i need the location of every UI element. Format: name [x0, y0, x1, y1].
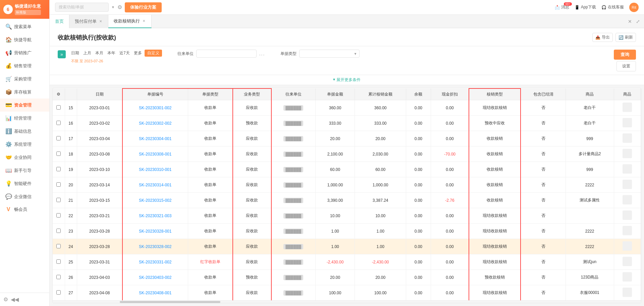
voucher-no-link[interactable]: SK-20230315-002	[139, 198, 171, 203]
app-download-button[interactable]: 📱 App下载	[575, 4, 596, 10]
col-date[interactable]: 日期	[77, 88, 122, 100]
cell-no: 26	[65, 270, 77, 285]
cell-checkbox[interactable]	[53, 100, 65, 116]
tab-prepay[interactable]: 预付应付单 ✕	[69, 15, 108, 28]
partner-input[interactable]	[196, 50, 257, 58]
cell-checkbox[interactable]	[53, 224, 65, 239]
collapse-icon[interactable]: ◀◀	[11, 296, 19, 303]
tab-close-all-icon[interactable]: ✕	[627, 17, 633, 25]
scrollbar-thumb[interactable]	[120, 301, 220, 303]
cell-checkbox[interactable]	[53, 116, 65, 131]
content-area: 收款核销执行(按收款) 📤 导出 🔄 刷新 » 日期	[50, 28, 644, 306]
refresh-button[interactable]: 🔄 刷新	[615, 33, 636, 42]
cell-checkbox[interactable]	[53, 162, 65, 177]
sidebar-item-purchase[interactable]: 🛒 采购管理	[0, 72, 49, 85]
voucher-no-link[interactable]: SK-20230310-001	[139, 167, 171, 172]
voucher-no-link[interactable]: SK-20230408-001	[139, 291, 171, 295]
sidebar-item-guide[interactable]: 📖 新手引导	[0, 164, 49, 177]
voucher-type-select[interactable]	[299, 50, 360, 58]
sidebar-item-search[interactable]: 🔍 搜索菜单	[0, 20, 49, 33]
col-biz-type[interactable]: 业务类型	[233, 88, 271, 100]
sidebar-item-enterprise[interactable]: 🤝 企业协同	[0, 151, 49, 164]
cell-checkbox[interactable]	[53, 208, 65, 224]
tab-prepay-close[interactable]: ✕	[99, 19, 103, 24]
cell-voucher-type: 收款单	[188, 208, 233, 224]
voucher-no-link[interactable]: SK-20230314-001	[139, 183, 171, 187]
sidebar-item-finance[interactable]: 💳 资金管理	[0, 99, 49, 112]
sidebar-item-sales[interactable]: 💰 销售管理	[0, 59, 49, 72]
cell-no: 21	[65, 193, 77, 208]
sidebar-item-quick[interactable]: 🏠 快捷导航	[0, 33, 49, 46]
voucher-no-link[interactable]: SK-20230321-003	[139, 213, 171, 218]
col-verify-type[interactable]: 核销类型	[469, 88, 521, 100]
query-button[interactable]: 查询	[614, 50, 636, 60]
sidebar-item-wechat[interactable]: 💬 企业微信	[0, 190, 49, 203]
cell-amount: 360.00	[315, 100, 355, 116]
cell-checkbox[interactable]	[53, 270, 65, 285]
voucher-no-link[interactable]: SK-20230301-002	[139, 106, 171, 110]
date-last-month-btn[interactable]: 上月	[82, 50, 93, 57]
voucher-no-link[interactable]: SK-20230403-002	[139, 275, 171, 280]
tabbar: 首页 预付应付单 ✕ 收款核销执行 ✕ ✕ ⤢	[50, 15, 644, 28]
col-settings[interactable]: ⚙	[53, 88, 65, 100]
date-custom-btn[interactable]: 自定义	[145, 50, 162, 57]
col-voucher-no[interactable]: 单据编号	[122, 88, 188, 100]
tab-verify-close[interactable]: ✕	[142, 18, 146, 23]
sidebar-item-operation[interactable]: 📊 经营管理	[0, 112, 49, 125]
sidebar-item-marketing[interactable]: 📢 营销推广	[0, 46, 49, 59]
col-amount[interactable]: 单据金额	[315, 88, 355, 100]
date-this-year-btn[interactable]: 本年	[106, 50, 117, 57]
tab-home[interactable]: 首页	[50, 15, 69, 28]
cell-checkbox[interactable]	[53, 239, 65, 254]
date-this-month-btn[interactable]: 本月	[94, 50, 105, 57]
dropdown-icon[interactable]: ▼	[111, 5, 115, 9]
col-goods[interactable]: 商品	[566, 88, 614, 100]
sidebar-item-basic[interactable]: ℹ️ 基础信息	[0, 125, 49, 138]
date-7days-btn[interactable]: 近7天	[118, 50, 131, 57]
cell-checkbox[interactable]	[53, 193, 65, 208]
filter-expand-btn[interactable]: ▾ 展开更多条件	[50, 75, 644, 85]
export-button[interactable]: 📤 导出	[592, 33, 613, 42]
voucher-no-link[interactable]: SK-20230302-002	[139, 121, 171, 126]
cell-checkbox[interactable]	[53, 177, 65, 193]
horizontal-scrollbar[interactable]	[53, 300, 641, 303]
col-partner[interactable]: 往来单位	[271, 88, 316, 100]
voucher-no-link[interactable]: SK-20230328-001	[139, 229, 171, 234]
settings-icon[interactable]: ⚙	[3, 296, 8, 303]
cell-checkbox[interactable]	[53, 146, 65, 162]
cell-checkbox[interactable]	[53, 254, 65, 270]
date-range-display: 不限 至 2023-07-26	[71, 59, 162, 64]
voucher-no-link[interactable]: SK-20230328-002	[139, 244, 171, 249]
filter-toggle-button[interactable]: »	[58, 50, 66, 58]
col-goods2[interactable]: 商品	[614, 88, 641, 100]
online-service-button[interactable]: 🎧 在线客服	[601, 4, 624, 10]
notice-button[interactable]: 📩 消息 99+	[555, 4, 569, 10]
solution-button[interactable]: 体验行业方案	[125, 2, 162, 12]
col-voucher-type[interactable]: 单据类型	[188, 88, 233, 100]
gear-icon[interactable]: ⚙	[117, 4, 122, 10]
date-more-btn[interactable]: 更多	[132, 50, 143, 57]
voucher-no-link[interactable]: SK-20230308-001	[139, 152, 171, 157]
table-scroll[interactable]: ⚙ 日期 单据编号 单据类型 业务类型 往来单位 单据金额 累计核销金额 余额 …	[53, 88, 641, 300]
user-avatar[interactable]: Rit	[629, 3, 639, 12]
cell-amount: 20.00	[315, 270, 355, 285]
voucher-no-link[interactable]: SK-20230331-002	[139, 260, 171, 264]
cell-checkbox[interactable]	[53, 131, 65, 146]
voucher-no-link[interactable]: SK-20230304-001	[139, 136, 171, 141]
col-balance[interactable]: 余额	[406, 88, 431, 100]
settings-button[interactable]: 设置	[616, 61, 636, 71]
col-verified-amount[interactable]: 累计核销金额	[355, 88, 406, 100]
cell-amount: -2,430.00	[315, 254, 355, 270]
sidebar-item-member[interactable]: V 畅会员	[0, 203, 49, 216]
cell-verified-amount: 2,030.00	[355, 146, 406, 162]
tab-verify[interactable]: 收款核销执行 ✕	[108, 15, 152, 28]
cell-voucher-no: SK-20230315-002	[122, 193, 188, 208]
sidebar-item-hardware[interactable]: 💡 智能硬件	[0, 177, 49, 190]
col-cash-discount[interactable]: 现金折扣	[431, 88, 469, 100]
breadcrumb-search[interactable]: 搜索功能/单据	[55, 3, 109, 12]
tab-expand-icon[interactable]: ⤢	[635, 17, 641, 25]
cell-checkbox[interactable]	[53, 285, 65, 301]
sidebar-item-system[interactable]: ⚙️ 系统管理	[0, 138, 49, 151]
sidebar-item-inventory[interactable]: 📦 库存核算	[0, 85, 49, 99]
col-include-settled[interactable]: 包含已结清	[521, 88, 566, 100]
